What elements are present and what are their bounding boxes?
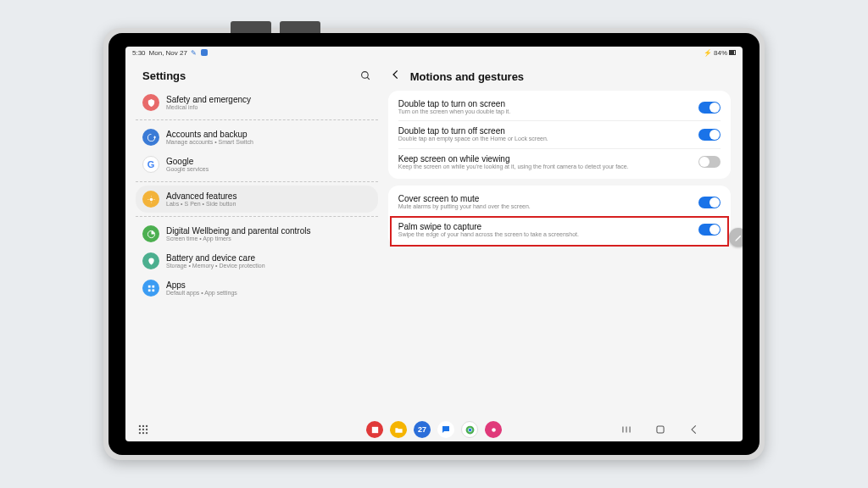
toggle-double-tap-on[interactable]	[698, 102, 721, 114]
lightning-icon: ⚡	[704, 49, 712, 57]
status-date: Mon, Nov 27	[149, 49, 187, 57]
svg-rect-25	[657, 426, 664, 433]
svg-point-11	[139, 429, 141, 430]
toggle-keep-screen-on[interactable]	[698, 156, 721, 168]
apps-icon	[142, 280, 159, 297]
search-icon	[360, 70, 371, 81]
sidebar-item-wellbeing[interactable]: Digital Wellbeing and parental controlsS…	[136, 220, 378, 247]
svg-point-10	[146, 425, 147, 427]
svg-point-13	[146, 429, 147, 430]
svg-point-0	[362, 71, 369, 78]
svg-point-16	[146, 432, 147, 434]
svg-point-9	[142, 425, 144, 427]
google-icon: G	[142, 156, 159, 173]
device-care-icon	[142, 252, 159, 269]
status-icon-edit: ✎	[191, 49, 198, 56]
settings-card-2: Cover screen to muteMute alarms by putti…	[388, 186, 731, 247]
settings-sidebar: Settings Safety and emergencyMedical inf…	[125, 58, 385, 418]
svg-point-8	[139, 425, 141, 427]
row-keep-screen-on[interactable]: Keep screen on while viewingKeep the scr…	[388, 149, 731, 175]
dock-app-chrome[interactable]	[461, 421, 478, 438]
status-bar: 5:30 Mon, Nov 27 ✎ ⚡ 84%	[125, 47, 743, 58]
dock-app-calendar[interactable]: 27	[414, 421, 431, 438]
page-title: Motions and gestures	[410, 70, 524, 83]
svg-rect-6	[147, 289, 150, 291]
svg-point-15	[142, 432, 144, 434]
svg-rect-7	[152, 289, 154, 291]
settings-card-1: Double tap to turn on screenTurn on the …	[388, 91, 731, 179]
sidebar-item-battery[interactable]: Battery and device careStorage • Memory …	[136, 247, 378, 274]
pencil-icon	[734, 233, 743, 242]
status-time: 5:30	[132, 49, 146, 57]
svg-rect-17	[371, 426, 377, 432]
sidebar-item-label: Safety and emergency	[166, 95, 251, 104]
toggle-palm-swipe[interactable]	[698, 224, 721, 236]
dock-app-files[interactable]	[390, 421, 407, 438]
tablet-frame: 5:30 Mon, Nov 27 ✎ ⚡ 84%	[103, 28, 765, 460]
wellbeing-icon	[142, 225, 159, 242]
sidebar-item-google[interactable]: G GoogleGoogle services	[136, 151, 378, 178]
status-icon-app	[201, 49, 208, 56]
home-button[interactable]	[654, 424, 666, 435]
battery-icon	[729, 50, 736, 55]
back-button[interactable]	[390, 69, 402, 84]
svg-rect-4	[147, 285, 150, 287]
svg-line-1	[367, 77, 370, 80]
nav-buttons	[620, 424, 700, 435]
sidebar-item-apps[interactable]: AppsDefault apps • App settings	[136, 274, 378, 302]
svg-point-2	[149, 197, 153, 201]
app-drawer-button[interactable]	[137, 424, 149, 435]
row-palm-swipe[interactable]: Palm swipe to captureSwipe the edge of y…	[388, 217, 731, 243]
recents-button[interactable]	[620, 424, 632, 435]
edit-fab[interactable]	[729, 228, 743, 247]
svg-point-21	[492, 428, 496, 432]
settings-title: Settings	[142, 69, 186, 82]
settings-header: Settings	[136, 65, 378, 89]
row-double-tap-on[interactable]: Double tap to turn on screenTurn on the …	[388, 94, 731, 120]
row-double-tap-off[interactable]: Double tap to turn off screenDouble tap …	[388, 121, 731, 147]
toggle-cover-mute[interactable]	[698, 197, 721, 208]
dock: 27	[366, 421, 502, 438]
dock-app-camera[interactable]	[485, 421, 502, 438]
bezel: 5:30 Mon, Nov 27 ✎ ⚡ 84%	[108, 33, 760, 455]
detail-header: Motions and gestures	[388, 65, 731, 91]
navigation-bar: 27	[125, 418, 743, 441]
dock-app-flipboard[interactable]	[366, 421, 383, 438]
content-split: Settings Safety and emergencyMedical inf…	[125, 58, 743, 418]
sync-icon	[142, 129, 159, 146]
svg-rect-5	[152, 285, 154, 287]
advanced-icon	[142, 191, 159, 208]
shield-icon	[142, 94, 159, 111]
status-battery: 84%	[714, 49, 727, 57]
camera-notches	[231, 21, 320, 33]
toggle-double-tap-off[interactable]	[698, 129, 721, 141]
sidebar-item-safety[interactable]: Safety and emergencyMedical info	[136, 89, 378, 116]
back-nav-button[interactable]	[688, 424, 700, 435]
search-button[interactable]	[359, 69, 373, 82]
sidebar-item-advanced-features[interactable]: Advanced featuresLabs • S Pen • Side but…	[136, 186, 378, 213]
svg-point-12	[142, 429, 144, 430]
sidebar-item-accounts[interactable]: Accounts and backupManage accounts • Sma…	[136, 124, 378, 151]
svg-point-14	[139, 432, 141, 434]
screen: 5:30 Mon, Nov 27 ✎ ⚡ 84%	[125, 47, 743, 441]
detail-pane: Motions and gestures Double tap to turn …	[385, 58, 743, 418]
dock-app-messages[interactable]	[437, 421, 454, 438]
row-cover-mute[interactable]: Cover screen to muteMute alarms by putti…	[388, 189, 731, 215]
